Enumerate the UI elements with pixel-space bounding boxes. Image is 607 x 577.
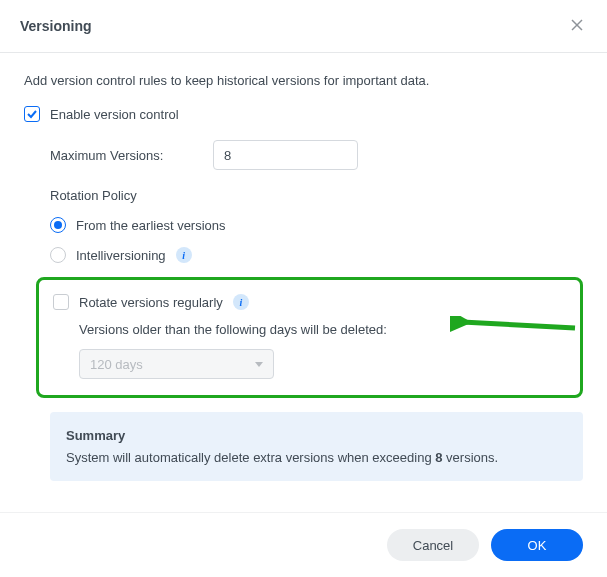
info-icon[interactable]: i	[233, 294, 249, 310]
radio-intelliversioning-label: Intelliversioning	[76, 248, 166, 263]
rotation-policy-label: Rotation Policy	[50, 188, 583, 203]
rotate-regularly-row: Rotate versions regularly i	[53, 294, 566, 310]
dialog-body: Add version control rules to keep histor…	[0, 53, 607, 512]
info-icon[interactable]: i	[176, 247, 192, 263]
dialog-header: Versioning	[0, 0, 607, 53]
radio-intelliversioning[interactable]	[50, 247, 66, 263]
max-versions-input[interactable]	[213, 140, 358, 170]
dialog-title: Versioning	[20, 18, 92, 34]
radio-from-earliest-row: From the earliest versions	[50, 217, 583, 233]
rotate-days-select-value: 120 days	[90, 357, 143, 372]
rotate-regularly-highlight: Rotate versions regularly i Versions old…	[36, 277, 583, 398]
enable-version-control-row: Enable version control	[24, 106, 583, 122]
summary-text: System will automatically delete extra v…	[66, 450, 498, 465]
radio-from-earliest[interactable]	[50, 217, 66, 233]
close-icon	[570, 17, 584, 35]
enable-version-control-label: Enable version control	[50, 107, 179, 122]
check-icon	[26, 108, 38, 120]
enable-version-control-checkbox[interactable]	[24, 106, 40, 122]
version-settings-group: Maximum Versions: Rotation Policy From t…	[50, 140, 583, 481]
rotate-regularly-label: Rotate versions regularly	[79, 295, 223, 310]
rotate-regularly-checkbox[interactable]	[53, 294, 69, 310]
chevron-down-icon	[255, 362, 263, 367]
summary-title: Summary	[66, 426, 567, 446]
radio-intelliversioning-row: Intelliversioning i	[50, 247, 583, 263]
dialog-footer: Cancel OK	[0, 512, 607, 577]
close-button[interactable]	[567, 16, 587, 36]
cancel-button[interactable]: Cancel	[387, 529, 479, 561]
rotate-days-select[interactable]: 120 days	[79, 349, 274, 379]
summary-box: Summary System will automatically delete…	[50, 412, 583, 481]
max-versions-label: Maximum Versions:	[50, 148, 195, 163]
ok-button[interactable]: OK	[491, 529, 583, 561]
versioning-dialog: Versioning Add version control rules to …	[0, 0, 607, 577]
dialog-description: Add version control rules to keep histor…	[24, 73, 583, 88]
max-versions-row: Maximum Versions:	[50, 140, 583, 170]
radio-from-earliest-label: From the earliest versions	[76, 218, 226, 233]
rotate-regularly-description: Versions older than the following days w…	[79, 322, 566, 337]
